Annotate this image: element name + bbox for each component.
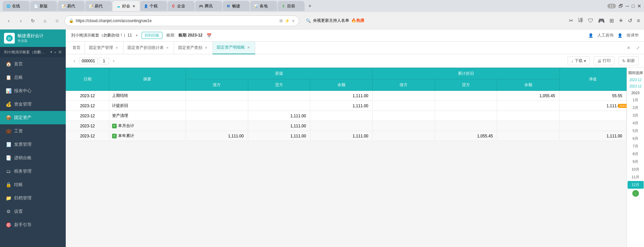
tab-favicon-t2: 📄 bbox=[34, 4, 38, 8]
scissors-icon[interactable]: ✂ bbox=[569, 17, 573, 24]
content-tab-home[interactable]: 首页 bbox=[68, 42, 85, 54]
period-month-5[interactable]: 5月 bbox=[628, 127, 644, 135]
period-date-1[interactable]: 2023.12 bbox=[628, 77, 644, 83]
bookmark-button[interactable]: ☆ bbox=[52, 16, 62, 25]
period-month-4[interactable]: 4月 bbox=[628, 119, 644, 127]
close-panel-icon[interactable]: ✕ bbox=[625, 45, 632, 51]
shield-icon[interactable]: 🛡 bbox=[588, 18, 593, 24]
tab-ctrl-close[interactable]: ✕ bbox=[637, 3, 641, 9]
tab-close-t5[interactable]: ✕ bbox=[131, 4, 136, 8]
sidebar-item-guide[interactable]: 🎯 新手引导 bbox=[0, 218, 66, 232]
prev-page-button[interactable]: ‹ bbox=[71, 58, 78, 64]
tab-ctrl-maximize[interactable]: □ bbox=[632, 3, 635, 9]
row-summary-2: 计提折旧 bbox=[109, 101, 186, 111]
page-code-input[interactable] bbox=[79, 58, 98, 64]
tab-ctrl-restore[interactable]: 🗗 bbox=[619, 3, 623, 9]
header-dropdown[interactable]: ▾ bbox=[136, 34, 138, 37]
browser-tab-t3[interactable]: 📝 易代 bbox=[58, 1, 85, 11]
content-tab-close-detail[interactable]: ✕ bbox=[246, 45, 251, 50]
period-month-12[interactable]: 12月 bbox=[628, 181, 644, 189]
report-icon: 📊 bbox=[5, 88, 11, 94]
fixed-asset-icon: 📦 bbox=[5, 115, 11, 121]
download-button[interactable]: ↓ 下载 ▾ bbox=[568, 56, 590, 65]
ai-consult-text[interactable]: 人工咨询 bbox=[597, 33, 613, 38]
tab-badge[interactable]: 11 bbox=[607, 4, 615, 8]
period-month-8[interactable]: 8月 bbox=[628, 150, 644, 158]
translate-icon[interactable]: 译 bbox=[578, 17, 583, 24]
tab-ctrl-minimize[interactable]: ─ bbox=[626, 3, 629, 9]
sidebar-item-home[interactable]: 🏠 首页 bbox=[0, 57, 66, 71]
fixed-asset-detail-table: 日期 摘要 原值 累计折旧 净值 借方 贷方 余额 借方 贷方 余额 bbox=[66, 68, 627, 141]
settings-small-icon[interactable]: ⚙ bbox=[58, 50, 62, 54]
switch-version-button[interactable]: 切到旧版 bbox=[142, 32, 162, 39]
period-month-2[interactable]: 2月 bbox=[628, 104, 644, 112]
period-month-6[interactable]: 6月 bbox=[628, 135, 644, 142]
content-tab-fixed-mgmt[interactable]: 固定资产管理 ✕ bbox=[85, 42, 123, 54]
period-month-9[interactable]: 9月 bbox=[628, 158, 644, 166]
guide-icon: 🎯 bbox=[5, 222, 11, 228]
sidebar-item-inventory[interactable]: 📑 进销台账 bbox=[0, 151, 66, 165]
add-account-icon[interactable]: + bbox=[54, 50, 56, 54]
browser-tab-t1[interactable]: 🌐 在线 bbox=[3, 1, 30, 11]
expand-panel-icon[interactable]: ⤢ bbox=[635, 45, 641, 51]
sidebar-item-settings[interactable]: ⚙ 设置 bbox=[0, 205, 66, 218]
refresh-label: 刷新 bbox=[627, 58, 635, 64]
content-tab-category[interactable]: 固定资产类别 ✕ bbox=[174, 42, 213, 54]
sidebar-item-closing[interactable]: 🔒 结账 bbox=[0, 178, 66, 191]
period-month-11[interactable]: 11月 bbox=[628, 173, 644, 181]
sidebar-item-report[interactable]: 📊 报表中心 bbox=[0, 84, 66, 98]
settings-icon: ⚙ bbox=[5, 208, 11, 214]
browser-tab-t7[interactable]: C 企业 bbox=[168, 1, 195, 11]
address-bar[interactable]: 🔒 https://cloud.chanjet.com/accounting/u… bbox=[64, 15, 299, 26]
browser-tab-t9[interactable]: M 畅捷 bbox=[223, 1, 250, 11]
menu-icon[interactable]: ≡ bbox=[637, 18, 640, 24]
content-tab-depreciation[interactable]: 固定资产折旧统计表 ✕ bbox=[123, 42, 174, 54]
sidebar-item-fixed[interactable]: 📦 固定资产 bbox=[0, 111, 66, 124]
print-button[interactable]: 🖨 打印 bbox=[594, 56, 614, 65]
back-button[interactable]: ‹ bbox=[4, 16, 13, 25]
next-page-button[interactable]: › bbox=[110, 58, 117, 64]
tab-favicon-t7: C bbox=[171, 4, 176, 8]
browser-tab-t2[interactable]: 📄 新版 bbox=[30, 1, 57, 11]
user-dropdown-icon[interactable]: ▾ bbox=[50, 50, 52, 54]
game-icon[interactable]: 🎮 bbox=[598, 17, 605, 24]
hot-search-label[interactable]: 🔥热搜 bbox=[351, 18, 364, 23]
sidebar-item-archive[interactable]: 📁 归档管理 bbox=[0, 191, 66, 205]
content-tab-detail[interactable]: 固定资产明细账 ✕ bbox=[213, 42, 255, 54]
period-month-3[interactable]: 3月 bbox=[628, 112, 644, 119]
brightness-icon[interactable]: ☀ bbox=[619, 17, 623, 24]
tab-extra-controls: 11 🗗 ─ □ ✕ bbox=[607, 3, 641, 9]
browser-tab-t10[interactable]: 📊 各地 bbox=[250, 1, 277, 11]
page-number-input[interactable] bbox=[99, 58, 109, 64]
browser-tab-t8[interactable]: 🎮 腾讯 bbox=[195, 1, 222, 11]
grid-icon[interactable]: ⊞ bbox=[609, 17, 614, 24]
content-tab-close-depreciation[interactable]: ✕ bbox=[165, 46, 170, 50]
browser-tab-t4[interactable]: 📝 易代 bbox=[85, 1, 112, 11]
reload-button[interactable]: ↻ bbox=[28, 16, 38, 25]
forward-button[interactable]: › bbox=[16, 16, 25, 25]
new-tab-button[interactable]: + bbox=[305, 1, 315, 11]
page-navigation: ‹ › bbox=[71, 58, 117, 64]
period-month-7[interactable]: 7月 bbox=[628, 142, 644, 150]
refresh-button[interactable]: ↻ 刷新 bbox=[619, 56, 639, 65]
sidebar-item-tax[interactable]: 🗂 税务管理 bbox=[0, 165, 66, 178]
row-orig-debit-4 bbox=[186, 121, 248, 131]
undo-icon[interactable]: ↺ bbox=[628, 17, 632, 24]
sidebar-item-salary[interactable]: 💼 工资 bbox=[0, 124, 66, 138]
sidebar-item-ledger[interactable]: 📋 总账 bbox=[0, 71, 66, 84]
qr-icon[interactable]: ⊞ bbox=[279, 18, 283, 23]
content-tab-close-category[interactable]: ✕ bbox=[204, 46, 208, 50]
period-month-1[interactable]: 1月 bbox=[628, 96, 644, 104]
browser-tab-t11[interactable]: S 目前 bbox=[278, 1, 305, 11]
content-tab-close-fixed-mgmt[interactable]: ✕ bbox=[114, 46, 119, 50]
sidebar-item-fund[interactable]: 💰 资金管理 bbox=[0, 98, 66, 111]
scroll-up-button[interactable]: ↑ bbox=[632, 190, 639, 197]
sidebar-item-invoice[interactable]: 🧾 发票管理 bbox=[0, 138, 66, 151]
browser-tab-t6[interactable]: 👤 个税 bbox=[140, 1, 167, 11]
period-month-10[interactable]: 10月 bbox=[628, 166, 644, 173]
dropdown-icon[interactable]: ∨ bbox=[292, 18, 295, 23]
calendar-icon[interactable]: 📅 bbox=[207, 33, 212, 38]
home-button[interactable]: ⌂ bbox=[40, 16, 50, 25]
browser-tab-t5[interactable]: ☁ 好会 ✕ bbox=[113, 1, 140, 11]
period-date-2[interactable]: 2023.12 bbox=[628, 83, 644, 89]
